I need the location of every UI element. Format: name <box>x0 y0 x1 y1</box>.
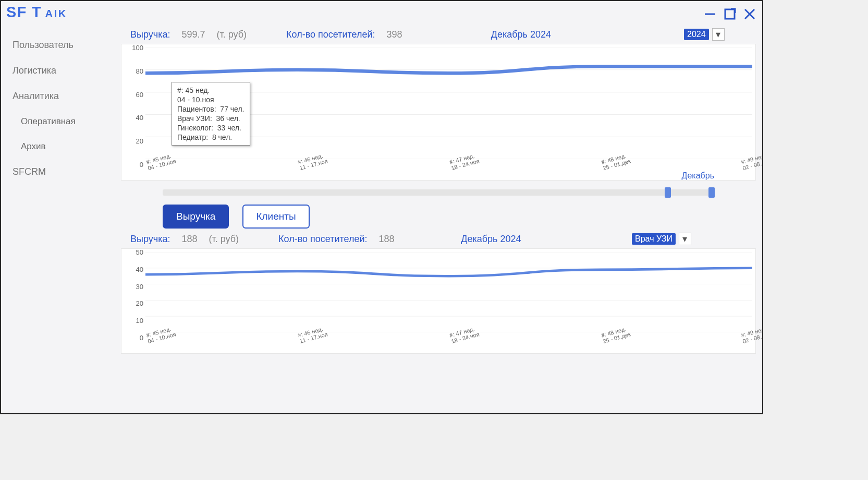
chart2-plot[interactable] <box>145 252 752 332</box>
revenue-unit: (т. руб) <box>216 29 247 40</box>
sidebar-item-analytics[interactable]: Аналитика <box>1 83 121 109</box>
y-tick: 0 <box>140 334 143 342</box>
sidebar-item-operational[interactable]: Оперативная <box>1 109 121 134</box>
sidebar-item-archive[interactable]: Архив <box>1 134 121 159</box>
window-controls <box>703 7 757 21</box>
chart-doctor: 0 10 20 30 40 50 <box>121 248 756 354</box>
visitors-value-2: 188 <box>379 234 395 245</box>
y-tick: 40 <box>136 114 143 122</box>
y-tick: 50 <box>136 248 143 256</box>
svg-text:SF: SF <box>6 4 27 20</box>
visitors-label-2: Кол-во посетителей: <box>278 234 367 245</box>
chart2-x-axis: #: 45 нед. 04 - 10.ноя #: 46 нед. 11 - 1… <box>145 332 752 353</box>
y-tick: 100 <box>132 44 143 52</box>
revenue-label: Выручка: <box>130 29 170 40</box>
app-logo: SF T AIK <box>6 4 121 25</box>
y-tick: 60 <box>136 90 143 98</box>
close-icon[interactable] <box>742 7 757 21</box>
tab-revenue[interactable]: Выручка <box>163 205 229 229</box>
y-tick: 20 <box>136 299 143 307</box>
doctor-select[interactable]: Врач УЗИ ▾ <box>632 233 747 245</box>
period-label: Декабрь 2024 <box>491 29 595 40</box>
svg-text:AIK: AIK <box>45 8 67 19</box>
revenue-value-2: 188 <box>181 234 197 245</box>
y-tick: 20 <box>136 137 143 145</box>
y-tick: 0 <box>140 161 143 169</box>
chart-visitors: 0 20 40 60 80 100 <box>121 44 756 181</box>
titlebar: SF T AIK <box>1 1 762 27</box>
timeline-handle-start[interactable] <box>665 187 671 198</box>
app-window: SF T AIK Пользователь Логистика Аналитик… <box>0 0 763 414</box>
sidebar-item-sfcrm[interactable]: SFCRM <box>1 159 121 185</box>
chart1-y-axis: 0 20 40 60 80 100 <box>121 47 145 164</box>
timeline-track[interactable] <box>163 189 714 196</box>
top-stats-row: Выручка: 599.7 (т. руб) Кол-во посетител… <box>121 27 756 43</box>
year-select[interactable]: 2024 ▾ <box>684 28 747 41</box>
bottom-stats-row: Выручка: 188 (т. руб) Кол-во посетителей… <box>121 232 756 247</box>
main-panel: Выручка: 599.7 (т. руб) Кол-во посетител… <box>121 27 762 413</box>
minimize-icon[interactable] <box>703 7 717 21</box>
maximize-icon[interactable] <box>723 7 737 21</box>
period-label-2: Декабрь 2024 <box>461 234 565 245</box>
y-tick: 40 <box>136 265 143 273</box>
chart1-x-axis: #: 45 нед. 04 - 10.ноя #: 46 нед. 11 - 1… <box>145 159 752 180</box>
svg-rect-4 <box>725 9 735 19</box>
visitors-value: 398 <box>387 29 402 40</box>
y-tick: 30 <box>136 282 143 290</box>
chevron-down-icon[interactable]: ▾ <box>679 233 691 245</box>
doctor-select-value[interactable]: Врач УЗИ <box>632 233 676 245</box>
view-tabs: Выручка Клиенты <box>163 205 756 229</box>
revenue-label-2: Выручка: <box>130 234 170 245</box>
tab-clients[interactable]: Клиенты <box>242 205 309 229</box>
year-select-value[interactable]: 2024 <box>684 29 709 40</box>
timeline-slider[interactable] <box>163 185 714 200</box>
chart-tooltip: #: 45 нед. 04 - 10.ноя Пациентов: 77 чел… <box>172 82 250 146</box>
revenue-value: 599.7 <box>181 29 205 40</box>
y-tick: 10 <box>136 317 143 325</box>
timeline-month-label: Декабрь <box>682 171 714 181</box>
sidebar-item-logistics[interactable]: Логистика <box>1 58 121 83</box>
chart2-y-axis: 0 10 20 30 40 50 <box>121 252 145 338</box>
sidebar-item-user[interactable]: Пользователь <box>1 32 121 58</box>
revenue-unit-2: (т. руб) <box>209 234 239 245</box>
sidebar: Пользователь Логистика Аналитика Операти… <box>1 27 121 413</box>
visitors-label: Кол-во посетителей: <box>286 29 375 40</box>
svg-text:T: T <box>32 4 42 20</box>
timeline-handle-end[interactable] <box>708 187 715 198</box>
chevron-down-icon[interactable]: ▾ <box>712 28 725 41</box>
y-tick: 80 <box>136 67 143 75</box>
